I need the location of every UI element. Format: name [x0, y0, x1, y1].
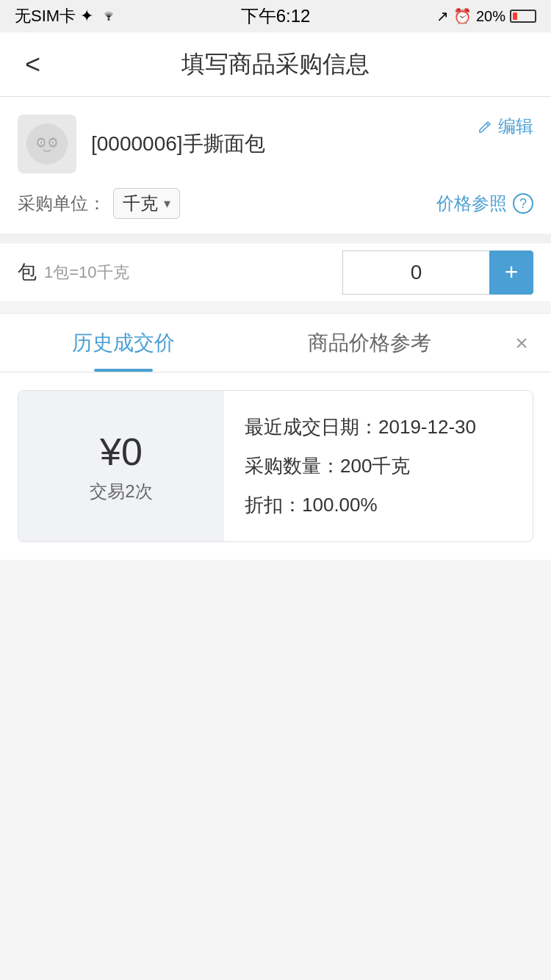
price-card-right: 最近成交日期：2019-12-30 采购数量：200千克 折扣：100.00% [224, 391, 533, 541]
location-icon: ↗ [436, 7, 449, 25]
discount-row: 折扣：100.00% [245, 491, 512, 519]
price-value: 0 [121, 430, 143, 473]
svg-point-6 [40, 142, 43, 144]
price-currency: ¥ [100, 430, 121, 473]
product-name: [0000006]手撕面包 [91, 130, 265, 158]
purchase-qty-value: 200千克 [340, 455, 410, 477]
product-section: [0000006]手撕面包 编辑 采购单位： 千克 ▾ 价格参照 ? [0, 97, 551, 234]
quantity-input-group: + [342, 251, 533, 295]
tab-product-price-ref[interactable]: 商品价格参考 [246, 314, 492, 372]
transaction-count: 交易2次 [90, 480, 152, 503]
discount-value: 100.00% [302, 494, 378, 516]
price-amount: ¥0 [100, 430, 143, 474]
recent-date-label: 最近成交日期： [245, 416, 378, 438]
quantity-input[interactable] [342, 251, 489, 295]
quantity-unit-label: 包 [18, 259, 37, 285]
status-left: 无SIM卡 ✦ [15, 5, 118, 27]
recent-date-row: 最近成交日期：2019-12-30 [245, 413, 512, 442]
page-title: 填写商品采购信息 [181, 48, 370, 81]
svg-point-1 [26, 123, 68, 165]
discount-label: 折扣： [245, 494, 302, 516]
recent-date-value: 2019-12-30 [378, 416, 476, 438]
chevron-down-icon: ▾ [164, 195, 170, 212]
alarm-icon: ⏰ [453, 7, 472, 25]
purchase-qty-label: 采购数量： [245, 455, 340, 477]
wifi-icon [99, 7, 118, 26]
status-time: 下午6:12 [241, 4, 311, 28]
svg-point-0 [108, 18, 110, 21]
quantity-plus-button[interactable]: + [489, 251, 533, 295]
unit-label: 采购单位： [18, 192, 106, 215]
price-card-container: ¥0 交易2次 最近成交日期：2019-12-30 采购数量：200千克 折扣：… [0, 372, 551, 560]
status-right: ↗ ⏰ 20% [436, 7, 536, 25]
product-unit-row: 采购单位： 千克 ▾ 价格参照 ? [18, 188, 533, 219]
nav-bar: < 填写商品采购信息 [0, 32, 551, 97]
price-card: ¥0 交易2次 最近成交日期：2019-12-30 采购数量：200千克 折扣：… [18, 390, 533, 542]
battery-icon [510, 10, 536, 23]
status-bar: 无SIM卡 ✦ 下午6:12 ↗ ⏰ 20% [0, 0, 551, 32]
unit-select[interactable]: 千克 ▾ [113, 188, 180, 219]
quantity-section: 包 1包=10千克 + [0, 242, 551, 301]
unit-value: 千克 [123, 192, 158, 215]
tabs-section: 历史成交价 商品价格参考 × ¥0 交易2次 最近成交日期：2019-12-30… [0, 313, 551, 560]
product-image [25, 122, 69, 166]
tab-close-button[interactable]: × [492, 331, 551, 356]
help-icon: ? [513, 193, 533, 214]
price-ref-button[interactable]: 价格参照 ? [436, 192, 533, 215]
product-header: [0000006]手撕面包 编辑 [18, 115, 533, 173]
battery-percent: 20% [476, 8, 505, 25]
edit-button[interactable]: 编辑 [478, 115, 533, 138]
back-button[interactable]: < [18, 42, 48, 87]
bottom-space [0, 560, 551, 980]
tab-history-price[interactable]: 历史成交价 [0, 314, 246, 372]
purchase-qty-row: 采购数量：200千克 [245, 452, 512, 480]
edit-icon [478, 118, 494, 134]
quantity-conversion-label: 1包=10千克 [44, 262, 129, 284]
separator-1 [0, 234, 551, 241]
product-thumbnail [18, 115, 76, 173]
tabs-header: 历史成交价 商品价格参考 × [0, 314, 551, 372]
price-card-left: ¥0 交易2次 [18, 391, 224, 541]
product-left: [0000006]手撕面包 [18, 115, 265, 173]
svg-point-7 [52, 142, 54, 144]
price-ref-label: 价格参照 [436, 192, 507, 215]
carrier-text: 无SIM卡 ✦ [15, 5, 93, 27]
